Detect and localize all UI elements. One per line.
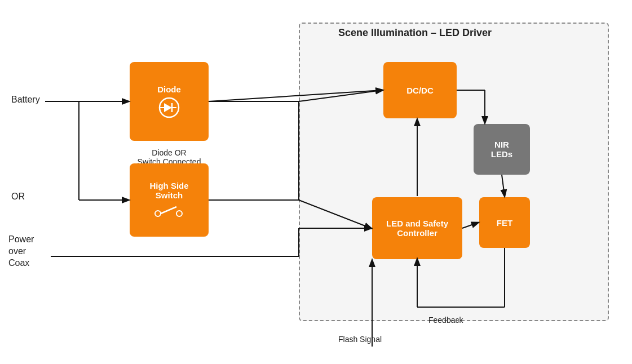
switch-label2: Switch [156, 190, 183, 200]
led-ctrl-label1: LED and Safety [386, 219, 448, 228]
diode-block: Diode [130, 62, 209, 141]
feedback-label: Feedback [428, 316, 463, 325]
dcdc-block: DC/DC [383, 62, 457, 118]
switch-label1: High Side [149, 181, 188, 190]
diode-label: Diode [157, 85, 181, 94]
svg-line-7 [161, 207, 176, 214]
led-ctrl-label2: Controller [397, 228, 437, 238]
flash-signal-label: Flash Signal [338, 335, 382, 344]
fet-label: FET [497, 218, 512, 228]
diagram-container: Scene Illumination – LED Driver Battery … [0, 0, 632, 364]
diode-symbol-icon [155, 96, 183, 119]
fet-block: FET [479, 197, 530, 248]
dcdc-label: DC/DC [406, 86, 434, 95]
nir-leds-block: NIR LEDs [474, 124, 530, 175]
power-over-coax-label: PoweroverCoax [8, 234, 34, 269]
nir-label2: LEDs [491, 149, 512, 159]
svg-point-5 [155, 211, 161, 216]
or-label: OR [11, 192, 25, 202]
svg-point-6 [176, 211, 182, 216]
nir-label1: NIR [494, 140, 509, 149]
switch-symbol-icon [153, 202, 185, 219]
led-controller-block: LED and Safety Controller [372, 197, 462, 259]
scene-title: Scene Illumination – LED Driver [338, 27, 492, 39]
battery-label: Battery [11, 95, 40, 105]
svg-marker-1 [164, 103, 172, 112]
high-side-switch-block: High Side Switch [130, 163, 209, 237]
